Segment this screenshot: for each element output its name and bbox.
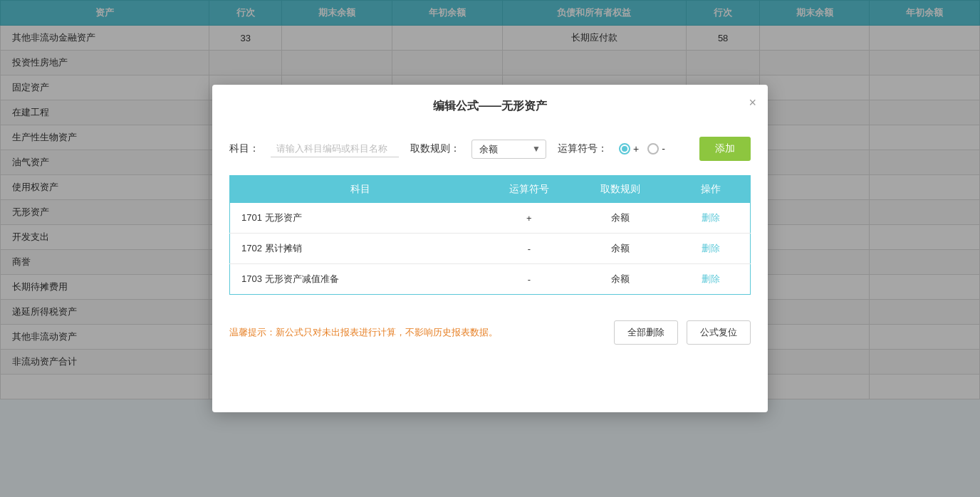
modal-overlay: 编辑公式——无形资产 × 科目： 取数规则： 余额 借方 贷方 借方发生额 <box>0 0 980 497</box>
formula-rule: 余额 <box>568 264 672 295</box>
delete-row-button[interactable]: 删除 <box>702 242 720 255</box>
add-button[interactable]: 添加 <box>699 137 751 161</box>
table-header-operator: 运算符号 <box>490 176 568 204</box>
modal-body: 科目： 取数规则： 余额 借方 贷方 借方发生额 贷方发生额 ▼ 运算符号 <box>212 125 768 309</box>
radio-plus-label: + <box>633 143 639 155</box>
radio-minus-circle <box>647 143 659 155</box>
formula-row: 1702 累计摊销-余额删除 <box>230 234 751 264</box>
table-header-action: 操作 <box>672 176 751 204</box>
modal-footer: 温馨提示：新公式只对未出报表进行计算，不影响历史报表数据。 全部删除 公式复位 <box>212 309 768 359</box>
operator-label: 运算符号： <box>558 142 608 155</box>
formula-action: 删除 <box>672 203 751 234</box>
table-header-subject: 科目 <box>230 176 491 204</box>
form-row: 科目： 取数规则： 余额 借方 贷方 借方发生额 贷方发生额 ▼ 运算符号 <box>229 137 751 161</box>
radio-plus[interactable]: + <box>619 143 639 155</box>
delete-row-button[interactable]: 删除 <box>702 211 720 224</box>
footer-buttons: 全部删除 公式复位 <box>614 320 751 345</box>
table-header-rule: 取数规则 <box>568 176 672 204</box>
modal-close-button[interactable]: × <box>749 96 756 109</box>
formula-subject: 1701 无形资产 <box>230 203 491 234</box>
formula-rule: 余额 <box>568 234 672 264</box>
formula-operator: - <box>490 234 568 264</box>
formula-operator: - <box>490 264 568 295</box>
radio-plus-circle <box>619 143 630 155</box>
formula-row: 1701 无形资产+余额删除 <box>230 203 751 234</box>
modal-header: 编辑公式——无形资产 × <box>212 85 768 125</box>
formula-action: 删除 <box>672 264 751 295</box>
rule-select-wrapper: 余额 借方 贷方 借方发生额 贷方发生额 ▼ <box>471 140 546 159</box>
formula-subject: 1702 累计摊销 <box>230 234 491 264</box>
radio-minus[interactable]: - <box>647 143 665 155</box>
reset-formula-button[interactable]: 公式复位 <box>687 320 751 345</box>
formula-operator: + <box>490 203 568 234</box>
formula-rule: 余额 <box>568 203 672 234</box>
delete-all-button[interactable]: 全部删除 <box>614 320 678 345</box>
subject-label: 科目： <box>229 142 259 155</box>
radio-minus-label: - <box>662 143 665 155</box>
rule-select[interactable]: 余额 借方 贷方 借方发生额 贷方发生额 <box>471 140 546 159</box>
formula-action: 删除 <box>672 234 751 264</box>
footer-hint: 温馨提示：新公式只对未出报表进行计算，不影响历史报表数据。 <box>229 326 498 339</box>
modal-title: 编辑公式——无形资产 <box>433 100 547 112</box>
formula-row: 1703 无形资产减值准备-余额删除 <box>230 264 751 295</box>
background-wrapper: 资产 行次 期末余额 年初余额 负债和所有者权益 行次 期末余额 年初余额 其他… <box>0 0 980 497</box>
operator-radio-group: + - <box>619 143 665 155</box>
formula-table: 科目 运算符号 取数规则 操作 1701 无形资产+余额删除1702 累计摊销-… <box>229 175 751 295</box>
delete-row-button[interactable]: 删除 <box>702 273 720 286</box>
subject-input[interactable] <box>271 140 399 157</box>
modal-dialog: 编辑公式——无形资产 × 科目： 取数规则： 余额 借方 贷方 借方发生额 <box>212 85 768 412</box>
rule-label: 取数规则： <box>410 142 460 155</box>
formula-subject: 1703 无形资产减值准备 <box>230 264 491 295</box>
